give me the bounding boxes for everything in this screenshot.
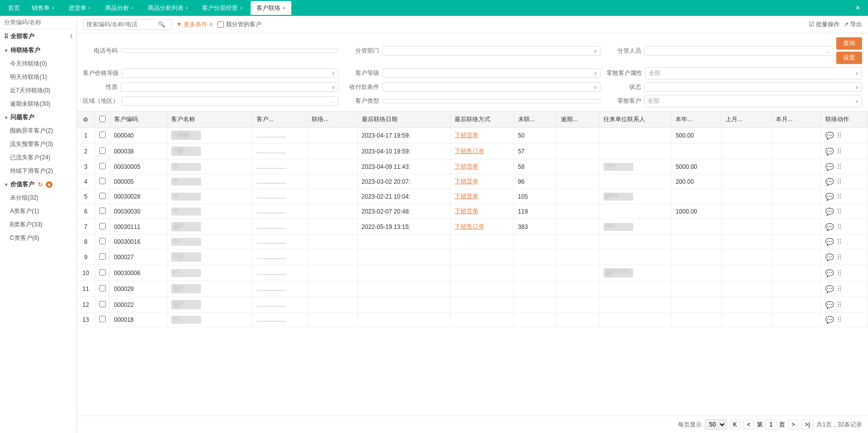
- row-method[interactable]: 下销货单: [450, 189, 514, 204]
- nav-tab-sales[interactable]: 销售单 ×: [26, 1, 61, 15]
- nav-tab-analysis[interactable]: 商品分析 ×: [99, 1, 140, 15]
- search-icon[interactable]: 🔍: [158, 21, 165, 28]
- close-tab-purchase[interactable]: ×: [88, 5, 91, 11]
- method-link[interactable]: 下销货单: [455, 163, 478, 170]
- first-page-btn[interactable]: K: [730, 420, 740, 430]
- query-button[interactable]: 查询: [836, 37, 862, 50]
- row-checkbox[interactable]: [99, 178, 106, 184]
- my-customers-checkbox[interactable]: 我分管的客户: [217, 20, 262, 29]
- sidebar-b-customers[interactable]: B类客户(33): [0, 218, 76, 231]
- more-action-icon[interactable]: ⠿: [837, 316, 842, 324]
- refresh-icon[interactable]: ↻: [38, 181, 43, 188]
- close-tab-analysis-list[interactable]: ×: [186, 5, 189, 11]
- row-check[interactable]: [95, 297, 110, 313]
- th-check[interactable]: [95, 112, 110, 128]
- row-method[interactable]: 下销售订单: [450, 144, 514, 159]
- nav-home[interactable]: 首页: [4, 4, 24, 12]
- method-link[interactable]: 下销货单: [455, 208, 478, 215]
- row-method[interactable]: 下销货单: [450, 159, 514, 174]
- nav-tab-customer-contact[interactable]: 客户联络 ×: [251, 1, 291, 15]
- close-tab-analysis[interactable]: ×: [131, 5, 134, 11]
- row-checkbox[interactable]: [99, 163, 106, 169]
- method-link[interactable]: 下销售订单: [455, 223, 484, 230]
- sidebar-lost[interactable]: 已流失客户(24): [0, 151, 76, 164]
- more-conditions-btn[interactable]: ▼ 更多条件 ∧: [176, 20, 213, 29]
- chat-icon[interactable]: 💬: [825, 193, 834, 201]
- sidebar-search-input[interactable]: [4, 19, 77, 26]
- sidebar-pending-group[interactable]: ▼ 待联络客户: [0, 44, 76, 57]
- dept-select[interactable]: ∨: [382, 46, 600, 56]
- row-check[interactable]: [95, 265, 110, 281]
- row-check[interactable]: [95, 204, 110, 219]
- sidebar-today-pending[interactable]: 今天待联络(0): [0, 57, 76, 71]
- row-check[interactable]: [95, 144, 110, 159]
- method-link[interactable]: 下销货单: [455, 132, 478, 139]
- next-page-btn[interactable]: >: [788, 420, 799, 430]
- chat-icon[interactable]: 💬: [825, 253, 834, 261]
- close-all-tabs[interactable]: ×: [852, 3, 864, 12]
- sidebar-a-customers[interactable]: A类客户(1): [0, 205, 76, 218]
- nav-tab-customer-mgmt[interactable]: 客户分层经营 ×: [196, 1, 249, 15]
- row-method[interactable]: 下销售订单: [450, 219, 514, 235]
- my-customers-check[interactable]: [217, 21, 224, 28]
- row-method[interactable]: 下销货单: [450, 174, 514, 189]
- customer-level-select[interactable]: ∨: [382, 69, 600, 78]
- more-action-icon[interactable]: ⠿: [837, 147, 842, 155]
- row-checkbox[interactable]: [99, 223, 106, 229]
- collapse-icon[interactable]: 《: [67, 33, 72, 40]
- more-action-icon[interactable]: ⠿: [837, 132, 842, 140]
- row-checkbox[interactable]: [99, 285, 106, 291]
- row-check[interactable]: [95, 189, 110, 204]
- nav-tab-analysis-list[interactable]: 商品分析列表 ×: [142, 1, 195, 15]
- last-page-btn[interactable]: >|: [801, 420, 813, 430]
- search-input[interactable]: [86, 21, 156, 28]
- row-check[interactable]: [95, 219, 110, 235]
- nature-select[interactable]: ∨: [121, 82, 338, 92]
- export-btn[interactable]: ↗ 导出: [844, 20, 862, 29]
- batch-op-btn[interactable]: ☑ 批量操作: [809, 20, 840, 29]
- row-check[interactable]: [95, 313, 110, 327]
- row-checkbox[interactable]: [99, 253, 106, 260]
- payment-select[interactable]: ∨: [382, 82, 600, 92]
- row-check[interactable]: [95, 281, 110, 297]
- price-level-select[interactable]: ∨: [122, 69, 338, 78]
- sidebar-overdue-pending[interactable]: 逾期未联络(30): [0, 97, 76, 111]
- row-method[interactable]: 下销货单: [450, 128, 514, 144]
- per-page-select[interactable]: 50: [705, 419, 727, 430]
- th-settings[interactable]: ⚙: [77, 112, 95, 128]
- sidebar-problem-group[interactable]: ▼ 问题客户: [0, 111, 76, 124]
- more-action-icon[interactable]: ⠿: [837, 253, 842, 261]
- more-action-icon[interactable]: ⠿: [837, 163, 842, 171]
- sidebar-value-group[interactable]: ▼ 价值客户 ↻ ●: [0, 178, 76, 191]
- more-action-icon[interactable]: ⠿: [837, 301, 842, 309]
- method-link[interactable]: 下销货单: [455, 193, 478, 200]
- row-check[interactable]: [95, 128, 110, 144]
- more-action-icon[interactable]: ⠿: [837, 238, 842, 246]
- chat-icon[interactable]: 💬: [825, 238, 834, 246]
- region-select[interactable]: …: [122, 96, 338, 106]
- chat-icon[interactable]: 💬: [825, 301, 834, 309]
- retail-customer-select[interactable]: 全部 ∨: [644, 95, 862, 107]
- retail-attr-select[interactable]: 全部 ∨: [645, 67, 862, 79]
- status-select[interactable]: ∨: [644, 82, 862, 92]
- close-tab-customer-contact[interactable]: ×: [282, 5, 285, 11]
- more-action-icon[interactable]: ⠿: [837, 285, 842, 293]
- reset-button[interactable]: 设置: [836, 52, 862, 64]
- method-link[interactable]: 下销售订单: [455, 147, 484, 154]
- chat-icon[interactable]: 💬: [825, 285, 834, 293]
- row-checkbox[interactable]: [99, 147, 106, 154]
- more-action-icon[interactable]: ⠿: [837, 208, 842, 216]
- row-checkbox[interactable]: [99, 269, 106, 276]
- chat-icon[interactable]: 💬: [825, 178, 834, 186]
- chat-icon[interactable]: 💬: [825, 223, 834, 231]
- sidebar-all-customers[interactable]: ⠿ 全部客户 《: [0, 29, 76, 44]
- prev-page-btn[interactable]: <: [743, 420, 754, 430]
- more-action-icon[interactable]: ⠿: [837, 269, 842, 277]
- row-checkbox[interactable]: [99, 301, 106, 307]
- more-action-icon[interactable]: ⠿: [837, 178, 842, 186]
- settings-icon[interactable]: ⚙: [83, 116, 88, 123]
- more-action-icon[interactable]: ⠿: [837, 193, 842, 201]
- method-link[interactable]: 下销货单: [455, 178, 478, 185]
- row-check[interactable]: [95, 249, 110, 265]
- sidebar-not-grouped[interactable]: 未分组(32): [0, 191, 76, 205]
